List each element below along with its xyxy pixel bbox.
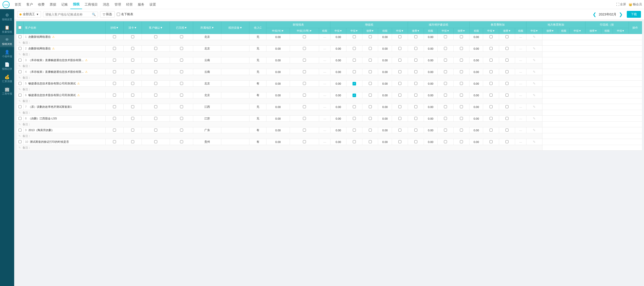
employee-filter-select[interactable]: 全部员工 ▼ [17, 11, 41, 17]
row-clearcard[interactable] [124, 57, 142, 63]
confirm-checkbox[interactable] [154, 94, 157, 97]
note-cell[interactable]: ✎ 备注： [16, 98, 542, 104]
member-btn[interactable]: 👑 畅会员 [629, 2, 642, 7]
row-taxcopy[interactable] [105, 57, 124, 63]
finance-month-cb[interactable] [303, 117, 306, 120]
row-checkbox[interactable] [18, 35, 22, 38]
note-cell[interactable]: ✎ 备注： [16, 122, 542, 127]
row-paid[interactable] [170, 104, 193, 110]
finance-month-cb[interactable] [303, 35, 306, 38]
row-taxcopy[interactable] [105, 139, 124, 145]
row-paid[interactable] [170, 92, 193, 98]
row-checkbox-cell[interactable] [16, 46, 24, 52]
note-edit-icon[interactable]: ✎ [18, 88, 21, 91]
row-confirm[interactable] [142, 81, 170, 87]
confirm-checkbox[interactable] [154, 70, 157, 73]
row-clearcard[interactable] [124, 34, 142, 40]
row-clearcard[interactable] [124, 69, 142, 75]
row-edit-action[interactable]: ✎ [526, 81, 542, 87]
clearcard-checkbox[interactable] [131, 47, 134, 50]
search-box[interactable]: 🔍 [43, 12, 98, 17]
download-button[interactable]: 下载 [627, 11, 641, 18]
note-cell[interactable]: ✎ 备注： [16, 63, 542, 69]
nav-item-bookkeeping[interactable]: 记账 [59, 0, 70, 9]
taxcopy-checkbox[interactable] [113, 82, 116, 85]
clearcard-checkbox[interactable] [131, 117, 134, 120]
taxcopy-checkbox[interactable] [113, 117, 116, 120]
paid-checkbox[interactable] [180, 117, 183, 120]
paid-checkbox[interactable] [180, 140, 183, 143]
next-month-button[interactable]: ❯ [619, 12, 623, 17]
row-paid[interactable] [170, 127, 193, 133]
note-edit-icon[interactable]: ✎ [18, 123, 21, 126]
nav-item-business[interactable]: 工商项目 [82, 0, 100, 9]
sidebar-item-tax-record[interactable]: 📄 报税记录 [0, 60, 14, 72]
nav-item-home[interactable]: 首页 [12, 0, 24, 9]
prev-month-button[interactable]: ❮ [593, 12, 596, 17]
row-checkbox-cell[interactable] [16, 34, 24, 40]
select-all-checkbox[interactable] [18, 26, 22, 29]
row-edit-action[interactable]: ✎ [526, 92, 542, 98]
row-checkbox-cell[interactable] [16, 69, 24, 75]
sidebar-item-reconcile[interactable]: 💰 汇算清缴 [0, 72, 14, 84]
paid-checkbox[interactable] [180, 129, 183, 132]
clearcard-checkbox[interactable] [131, 129, 134, 132]
nav-item-manage[interactable]: 管理 [112, 0, 124, 9]
row-taxcopy[interactable] [105, 34, 124, 40]
row-paid[interactable] [170, 57, 193, 63]
note-edit-icon[interactable]: ✎ [18, 53, 21, 56]
taxcopy-checkbox[interactable] [113, 94, 116, 97]
sidebar-item-annual-report[interactable]: 🏢 工商年报 [0, 84, 14, 97]
finance-month-cb[interactable] [303, 94, 306, 97]
finance-month-cb[interactable] [303, 129, 306, 132]
clearcard-checkbox[interactable] [131, 59, 134, 62]
row-clearcard[interactable] [124, 46, 142, 52]
row-taxcopy[interactable] [105, 116, 124, 122]
row-clearcard[interactable] [124, 116, 142, 122]
note-cell[interactable]: ✎ 备注： [16, 40, 542, 46]
row-checkbox-cell[interactable] [16, 127, 24, 133]
sidebar-item-tax-browse[interactable]: 👁 报税浏览 [0, 35, 14, 47]
search-icon[interactable]: 🔍 [92, 13, 96, 16]
row-checkbox[interactable] [18, 94, 22, 97]
row-confirm[interactable] [142, 57, 170, 63]
row-checkbox[interactable] [18, 129, 22, 132]
row-confirm[interactable] [142, 139, 170, 145]
note-cell[interactable]: ✎ 备注： [16, 52, 542, 57]
row-edit-action[interactable]: ✎ [526, 69, 542, 75]
nav-item-tax[interactable]: 报税 [70, 0, 82, 9]
nav-item-message[interactable]: 消息 [100, 0, 112, 9]
clearcard-checkbox[interactable] [131, 70, 134, 73]
row-checkbox[interactable] [18, 47, 22, 50]
confirm-checkbox[interactable] [154, 59, 157, 62]
named-list-checkbox-input[interactable] [117, 13, 120, 16]
row-checkbox[interactable] [18, 105, 22, 108]
taxcopy-checkbox[interactable] [113, 70, 116, 73]
clearcard-checkbox[interactable] [131, 140, 134, 143]
clearcard-checkbox[interactable] [131, 105, 134, 108]
paid-checkbox[interactable] [180, 47, 183, 50]
row-paid[interactable] [170, 46, 193, 52]
paid-checkbox[interactable] [180, 59, 183, 62]
search-input[interactable] [45, 13, 91, 16]
row-edit-action[interactable]: ✎ [526, 116, 542, 122]
finance-month-cb[interactable] [303, 70, 306, 73]
row-clearcard[interactable] [124, 92, 142, 98]
sidebar-item-batch-tax[interactable]: 📋 批量报税 [0, 23, 14, 35]
note-cell[interactable]: ✎ 备注： [16, 145, 542, 151]
row-taxcopy[interactable] [105, 127, 124, 133]
confirm-checkbox[interactable] [154, 35, 157, 38]
row-confirm[interactable] [142, 34, 170, 40]
row-edit-action[interactable]: ✎ [526, 104, 542, 110]
row-checkbox-cell[interactable] [16, 139, 24, 145]
clearcard-checkbox[interactable] [131, 35, 134, 38]
row-checkbox[interactable] [18, 59, 22, 62]
filter-button[interactable]: ▽ 筛选 [100, 11, 115, 17]
row-confirm[interactable] [142, 104, 170, 110]
finance-month-cb[interactable] [303, 105, 306, 108]
nav-item-customer[interactable]: 客户 [24, 0, 35, 9]
note-edit-icon[interactable]: ✎ [18, 111, 21, 114]
paid-checkbox[interactable] [180, 70, 183, 73]
confirm-checkbox[interactable] [154, 129, 157, 132]
note-edit-icon[interactable]: ✎ [18, 146, 21, 149]
